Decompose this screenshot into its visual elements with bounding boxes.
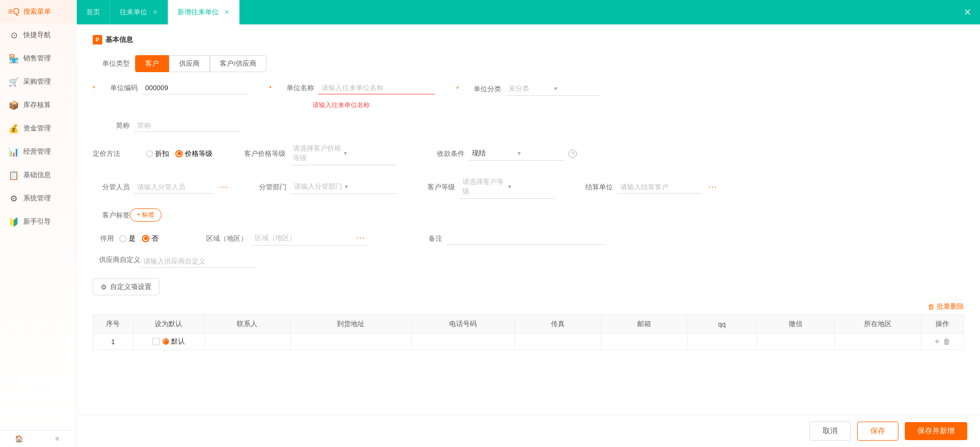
purchase-icon: 🛒 [8, 76, 19, 87]
fax-input[interactable] [537, 338, 579, 346]
tab-partner-close[interactable]: ✕ [153, 8, 158, 16]
customer-price-level-label: 客户价格等级 [244, 149, 286, 159]
basic-info-icon: 📋 [8, 170, 19, 180]
qq-input[interactable] [706, 338, 738, 346]
pricing-option-discount[interactable]: 折扣 [146, 149, 169, 159]
pricing-method-group: 定价方法 折扣 价格等级 [93, 149, 212, 159]
tab-new-partner[interactable]: 新增往来单位 ✕ [168, 0, 239, 24]
col-phone: 电话号码 [411, 315, 514, 334]
settlement-input[interactable] [617, 181, 702, 194]
col-fax: 传真 [514, 315, 601, 334]
sidebar-item-system[interactable]: ⚙ 系统管理 [0, 187, 76, 210]
cell-address[interactable] [290, 334, 411, 350]
phone-input[interactable] [436, 338, 489, 346]
category-select[interactable]: 未分类 ▾ [505, 82, 601, 96]
sidebar-bottom-settings[interactable]: ≡ [38, 431, 76, 447]
disabled-no[interactable]: 否 [142, 234, 158, 243]
weixin-input[interactable] [777, 338, 814, 346]
sidebar-item-quick-nav[interactable]: ⊙ 快捷导航 [0, 23, 76, 47]
inventory-icon: 📦 [8, 100, 19, 110]
contact-input[interactable] [226, 338, 269, 346]
sidebar-item-search[interactable]: ≡Q 搜索菜单 [0, 0, 76, 23]
pricing-label: 定价方法 [93, 149, 140, 159]
sidebar-item-sales[interactable]: 🏪 销售管理 [0, 47, 76, 70]
abbr-input[interactable] [134, 119, 240, 132]
delete-row-icon[interactable]: 🗑 [943, 337, 950, 346]
region-input[interactable] [857, 338, 899, 346]
supplier-custom-input[interactable] [140, 255, 257, 268]
sidebar-item-inventory[interactable]: 📦 库存核算 [0, 93, 76, 117]
cell-action: + 🗑 [921, 334, 964, 350]
name-group: * 单位名称 请输入往来单位名称 [269, 82, 435, 110]
settlement-more-icon[interactable]: ··· [708, 182, 717, 192]
sidebar-item-label: 经营管理 [23, 147, 51, 156]
cell-fax[interactable] [514, 334, 601, 350]
save-new-button[interactable]: 保存并新增 [905, 422, 967, 440]
row-checkbox[interactable] [152, 338, 159, 345]
code-input[interactable] [142, 82, 248, 94]
cell-region[interactable] [834, 334, 921, 350]
department-select[interactable]: 请输入分管部门 ▾ [291, 180, 397, 194]
cell-weixin[interactable] [756, 334, 834, 350]
region-group: 区域（地区） 区域（地区） ··· [206, 231, 368, 246]
main-area: 首页 往来单位 ✕ 新增往来单位 ✕ ✕ P 基本信息 单位类型 客户 供应商 … [77, 0, 980, 447]
name-input[interactable] [318, 82, 435, 94]
sidebar-item-guide[interactable]: 🔰 新手引导 [0, 210, 76, 233]
cell-qq[interactable] [687, 334, 756, 350]
batch-delete-button[interactable]: 🗑 批量删除 [928, 302, 964, 311]
notes-label: 备注 [405, 234, 442, 243]
pricing-option-level[interactable]: 价格等级 [175, 149, 212, 159]
disabled-yes[interactable]: 是 [119, 234, 136, 243]
disabled-group: 停用 是 否 [93, 234, 158, 243]
payment-chevron-icon: ▾ [518, 150, 561, 157]
col-default: 设为默认 [133, 315, 204, 334]
email-input[interactable] [623, 338, 665, 346]
region-more-icon[interactable]: ··· [357, 233, 365, 243]
code-group: * 单位编码 [93, 82, 248, 94]
settings-icon: ≡ [55, 435, 59, 443]
sidebar-item-purchase[interactable]: 🛒 采购管理 [0, 70, 76, 93]
manager-more-icon[interactable]: ··· [220, 182, 228, 192]
region-label: 区域（地区） [206, 234, 247, 243]
customer-price-level-select[interactable]: 请选择客户价格等级 ▾ [290, 142, 396, 165]
custom-settings-button[interactable]: ⚙ 自定义项设置 [93, 278, 159, 295]
cell-email[interactable] [601, 334, 687, 350]
cancel-button[interactable]: 取消 [809, 422, 851, 441]
unit-btn-both[interactable]: 客户/供应商 [210, 55, 266, 72]
add-row-icon[interactable]: + [934, 337, 939, 346]
customer-level-select[interactable]: 请选择客户等级 ▾ [459, 175, 555, 199]
sidebar-item-basic-info[interactable]: 📋 基础信息 [0, 163, 76, 187]
address-input[interactable] [319, 338, 382, 346]
region-select[interactable]: 区域（地区） ··· [252, 231, 368, 246]
tab-partner[interactable]: 往来单位 ✕ [110, 0, 168, 24]
tab-new-partner-close[interactable]: ✕ [224, 8, 229, 16]
col-seq: 序号 [93, 315, 133, 334]
cell-contact[interactable] [204, 334, 290, 350]
add-tag-button[interactable]: + 标签 [130, 208, 162, 222]
window-close-button[interactable]: ✕ [964, 6, 972, 18]
unit-btn-supplier[interactable]: 供应商 [169, 55, 210, 72]
sidebar-item-operations[interactable]: 📊 经营管理 [0, 140, 76, 163]
default-radio[interactable] [163, 338, 169, 345]
notes-input[interactable] [447, 232, 605, 245]
tab-home[interactable]: 首页 [77, 0, 110, 24]
discount-radio [146, 150, 153, 157]
manager-input[interactable] [134, 181, 213, 194]
unit-type-row: 单位类型 客户 供应商 客户/供应商 [93, 55, 964, 72]
pricing-row: 定价方法 折扣 价格等级 客户价格等级 请选择客户价格等级 ▾ [93, 142, 964, 165]
cell-phone[interactable] [411, 334, 514, 350]
payment-terms-select[interactable]: 现结 ▾ [469, 146, 564, 161]
customer-tag-label: 客户标签 [93, 211, 130, 220]
payment-help-icon[interactable]: ? [568, 150, 577, 158]
customer-level-chevron-icon: ▾ [508, 183, 551, 190]
abbr-label: 简称 [93, 121, 130, 130]
system-icon: ⚙ [8, 193, 19, 204]
home-icon: 🏠 [15, 435, 23, 443]
name-label: 单位名称 [277, 83, 314, 93]
save-button[interactable]: 保存 [857, 422, 898, 441]
sidebar-item-finance[interactable]: 💰 资金管理 [0, 117, 76, 140]
sidebar-bottom-home[interactable]: 🏠 [0, 431, 38, 447]
unit-type-label: 单位类型 [93, 59, 130, 68]
unit-btn-customer[interactable]: 客户 [135, 55, 169, 72]
finance-icon: 💰 [8, 123, 19, 134]
